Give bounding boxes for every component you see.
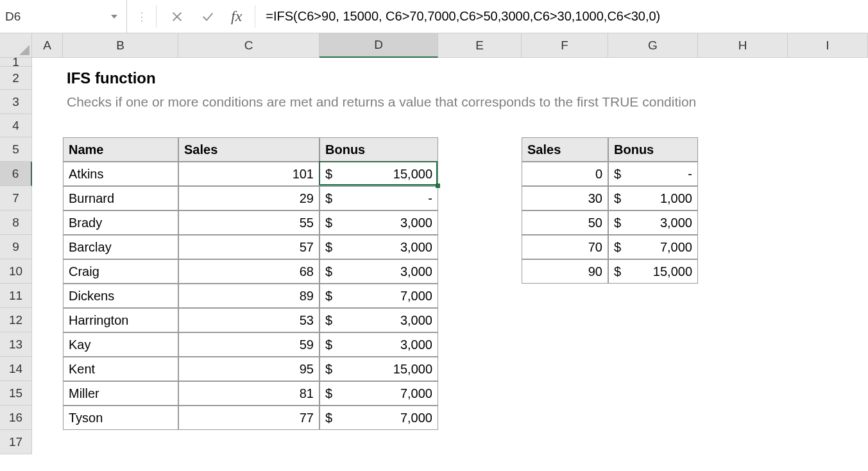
table-row[interactable]: 90 bbox=[522, 259, 608, 284]
table-row[interactable]: $15,000 bbox=[319, 162, 438, 186]
currency-symbol: $ bbox=[614, 167, 621, 182]
bonus-value: 3,000 bbox=[332, 264, 432, 279]
column-header-B[interactable]: B bbox=[63, 33, 178, 58]
row-header-1[interactable]: 1 bbox=[0, 58, 32, 67]
table-row[interactable]: 68 bbox=[178, 259, 319, 284]
table-row[interactable]: 101 bbox=[178, 162, 319, 186]
cancel-button[interactable] bbox=[162, 0, 192, 33]
table-row[interactable]: $1,000 bbox=[608, 186, 698, 210]
column-header-C[interactable]: C bbox=[178, 33, 319, 58]
row-header-17[interactable]: 17 bbox=[0, 430, 32, 454]
table-row[interactable]: 77 bbox=[178, 406, 319, 430]
table-row[interactable]: $- bbox=[319, 186, 438, 210]
column-header-A[interactable]: A bbox=[32, 33, 63, 58]
name-box[interactable]: D6 bbox=[0, 0, 127, 33]
lookup-header-sales[interactable]: Sales bbox=[522, 137, 608, 162]
table-row[interactable]: 95 bbox=[178, 357, 319, 381]
table-row[interactable]: $3,000 bbox=[608, 210, 698, 235]
name-box-value: D6 bbox=[5, 10, 111, 24]
bonus-value: 3,000 bbox=[332, 313, 432, 328]
currency-symbol: $ bbox=[325, 338, 332, 352]
currency-symbol: $ bbox=[614, 191, 621, 206]
table-row[interactable]: Tyson bbox=[63, 406, 178, 430]
currency-symbol: $ bbox=[325, 313, 332, 328]
row-header-14[interactable]: 14 bbox=[0, 357, 32, 381]
fx-icon[interactable]: fx bbox=[223, 8, 250, 25]
column-header-H[interactable]: H bbox=[698, 33, 788, 58]
formula-input[interactable] bbox=[260, 0, 868, 33]
row-header-15[interactable]: 15 bbox=[0, 381, 32, 406]
column-header-E[interactable]: E bbox=[438, 33, 522, 58]
table-row[interactable]: 81 bbox=[178, 381, 319, 406]
table-row[interactable]: $7,000 bbox=[319, 381, 438, 406]
table-row[interactable]: 59 bbox=[178, 332, 319, 357]
currency-symbol: $ bbox=[325, 264, 332, 279]
row-header-8[interactable]: 8 bbox=[0, 210, 32, 235]
bonus-value: 3,000 bbox=[332, 216, 432, 230]
select-all-corner[interactable] bbox=[0, 33, 32, 58]
table-row[interactable]: $3,000 bbox=[319, 259, 438, 284]
row-header-2[interactable]: 2 bbox=[0, 67, 32, 90]
table-row[interactable]: 57 bbox=[178, 235, 319, 259]
bonus-value: 7,000 bbox=[332, 411, 432, 425]
table-row[interactable]: 70 bbox=[522, 235, 608, 259]
table-row[interactable]: Atkins bbox=[63, 162, 178, 186]
table-row[interactable]: $3,000 bbox=[319, 308, 438, 332]
table-row[interactable]: 50 bbox=[522, 210, 608, 235]
table-row[interactable]: $3,000 bbox=[319, 210, 438, 235]
table-row[interactable]: 53 bbox=[178, 308, 319, 332]
table-row[interactable]: $7,000 bbox=[319, 284, 438, 308]
table-row[interactable]: Burnard bbox=[63, 186, 178, 210]
currency-symbol: $ bbox=[614, 264, 621, 279]
enter-button[interactable] bbox=[192, 0, 223, 33]
table-row[interactable]: $- bbox=[608, 162, 698, 186]
row-header-12[interactable]: 12 bbox=[0, 308, 32, 332]
chevron-down-icon[interactable] bbox=[111, 15, 117, 19]
table-row[interactable]: $7,000 bbox=[608, 235, 698, 259]
bonus-value: 15,000 bbox=[621, 264, 692, 279]
column-header-G[interactable]: G bbox=[608, 33, 698, 58]
bonus-value: - bbox=[332, 191, 432, 206]
row-header-10[interactable]: 10 bbox=[0, 259, 32, 284]
table-row[interactable]: $15,000 bbox=[319, 357, 438, 381]
table-row[interactable]: Kent bbox=[63, 357, 178, 381]
bonus-value: 3,000 bbox=[621, 216, 692, 230]
table-row[interactable]: Brady bbox=[63, 210, 178, 235]
table-row[interactable]: $7,000 bbox=[319, 406, 438, 430]
grid-body[interactable]: IFS functionChecks if one or more condit… bbox=[32, 58, 868, 454]
column-header-I[interactable]: I bbox=[788, 33, 868, 58]
table-header-bonus[interactable]: Bonus bbox=[319, 137, 438, 162]
column-header-F[interactable]: F bbox=[522, 33, 608, 58]
currency-symbol: $ bbox=[325, 411, 332, 425]
table-row[interactable]: $3,000 bbox=[319, 235, 438, 259]
lookup-header-bonus[interactable]: Bonus bbox=[608, 137, 698, 162]
table-row[interactable]: 89 bbox=[178, 284, 319, 308]
table-row[interactable]: 55 bbox=[178, 210, 319, 235]
row-header-16[interactable]: 16 bbox=[0, 406, 32, 430]
column-header-D[interactable]: D bbox=[319, 33, 438, 58]
table-header-name[interactable]: Name bbox=[63, 137, 178, 162]
formula-bar: D6 ⋮ fx bbox=[0, 0, 868, 33]
table-header-sales[interactable]: Sales bbox=[178, 137, 319, 162]
row-header-13[interactable]: 13 bbox=[0, 332, 32, 357]
table-row[interactable]: $15,000 bbox=[608, 259, 698, 284]
row-header-5[interactable]: 5 bbox=[0, 137, 32, 162]
row-header-11[interactable]: 11 bbox=[0, 284, 32, 308]
table-row[interactable]: $3,000 bbox=[319, 332, 438, 357]
dots-icon: ⋮ bbox=[127, 10, 151, 24]
table-row[interactable]: Miller bbox=[63, 381, 178, 406]
fill-handle[interactable] bbox=[436, 184, 440, 188]
table-row[interactable]: Dickens bbox=[63, 284, 178, 308]
table-row[interactable]: 29 bbox=[178, 186, 319, 210]
table-row[interactable]: Craig bbox=[63, 259, 178, 284]
table-row[interactable]: Kay bbox=[63, 332, 178, 357]
table-row[interactable]: 30 bbox=[522, 186, 608, 210]
row-header-3[interactable]: 3 bbox=[0, 90, 32, 114]
table-row[interactable]: Harrington bbox=[63, 308, 178, 332]
row-header-9[interactable]: 9 bbox=[0, 235, 32, 259]
row-header-7[interactable]: 7 bbox=[0, 186, 32, 210]
table-row[interactable]: Barclay bbox=[63, 235, 178, 259]
row-header-4[interactable]: 4 bbox=[0, 114, 32, 137]
table-row[interactable]: 0 bbox=[522, 162, 608, 186]
row-header-6[interactable]: 6 bbox=[0, 162, 32, 186]
